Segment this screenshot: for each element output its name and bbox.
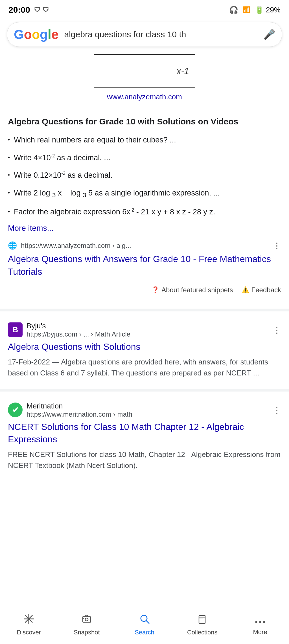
- math-label: x-1: [177, 66, 189, 76]
- feedback-label: Feedback: [251, 286, 281, 294]
- meritnation-more-options[interactable]: ⋮: [273, 405, 281, 415]
- more-icon: [255, 614, 265, 626]
- globe-icon: 🌐: [8, 241, 17, 250]
- bullet-dot: •: [8, 153, 10, 162]
- question-icon: ❓: [152, 286, 159, 294]
- featured-result-meta: 🌐 https://www.analyzemath.com › alg... ⋮: [8, 241, 281, 250]
- signal-icon: 📶: [243, 6, 250, 14]
- meritnation-result: ✔ Meritnation https://www.meritnation.co…: [0, 396, 289, 477]
- feedback-icon: ⚠️: [242, 286, 249, 294]
- bullet-text-5: Factor the algebraic expression 6x 2 - 2…: [14, 206, 215, 218]
- nav-item-search[interactable]: Search: [122, 614, 167, 636]
- meritnation-url: https://www.meritnation.com › math: [27, 410, 269, 418]
- meritnation-description: FREE NCERT Solutions for class 10 Math, …: [8, 449, 281, 471]
- bullet-dot: •: [8, 135, 10, 144]
- snapshot-label: Snapshot: [74, 629, 100, 636]
- byjus-meta: B Byju's https://byjus.com › ... › Math …: [8, 322, 281, 338]
- image-preview: x-1 www.analyzemath.com: [7, 54, 282, 107]
- meritnation-result-link[interactable]: NCERT Solutions for Class 10 Math Chapte…: [8, 421, 281, 446]
- about-snippets[interactable]: ❓ About featured snippets: [152, 286, 233, 294]
- divider-1: [0, 309, 289, 311]
- status-left: 20:00 🛡 🛡: [8, 5, 49, 15]
- shield-icon-2: 🛡: [43, 6, 49, 14]
- bullet-text-1: Which real numbers are equal to their cu…: [14, 134, 176, 146]
- featured-title: Algebra Questions for Grade 10 with Solu…: [8, 116, 281, 128]
- search-bar-container: Google algebra questions for class 10 th…: [0, 17, 289, 51]
- divider-2: [0, 389, 289, 392]
- bullet-dot: •: [8, 171, 10, 179]
- bullet-list: • Which real numbers are equal to their …: [8, 134, 281, 217]
- byjus-name: Byju's: [27, 322, 269, 330]
- nav-item-collections[interactable]: Collections: [180, 614, 225, 636]
- featured-more-options[interactable]: ⋮: [273, 241, 281, 250]
- byjus-result-link[interactable]: Algebra Questions with Solutions: [8, 340, 281, 353]
- bullet-item-1: • Which real numbers are equal to their …: [8, 134, 281, 146]
- snapshot-icon: [82, 614, 92, 627]
- math-diagram: x-1: [94, 54, 195, 88]
- featured-snippet-content: Algebra Questions for Grade 10 with Solu…: [0, 110, 289, 304]
- bullet-item-5: • Factor the algebraic expression 6x 2 -…: [8, 206, 281, 218]
- bullet-text-2: Write 4×10-2 as a decimal. ...: [14, 152, 110, 164]
- collections-label: Collections: [187, 629, 218, 636]
- svg-point-12: [255, 621, 257, 623]
- bullet-text-4: Write 2 log 3 x + log 3 5 as a single lo…: [14, 187, 220, 200]
- byjus-source-info: Byju's https://byjus.com › ... › Math Ar…: [27, 322, 269, 338]
- search-label: Search: [135, 629, 154, 636]
- bullet-item-4: • Write 2 log 3 x + log 3 5 as a single …: [8, 187, 281, 200]
- svg-line-8: [146, 621, 149, 623]
- byjus-logo: B: [8, 322, 23, 337]
- bullet-text-3: Write 0.12×10-3 as a decimal.: [14, 170, 112, 181]
- meritnation-name: Meritnation: [27, 402, 269, 410]
- feedback-button[interactable]: ⚠️ Feedback: [242, 286, 281, 294]
- nav-item-snapshot[interactable]: Snapshot: [64, 614, 109, 636]
- bullet-item-2: • Write 4×10-2 as a decimal. ...: [8, 152, 281, 164]
- byjus-url: https://byjus.com › ... › Math Article: [27, 330, 269, 338]
- discover-icon: [24, 614, 34, 627]
- nav-item-discover[interactable]: Discover: [6, 614, 51, 636]
- byjus-more-options[interactable]: ⋮: [273, 325, 281, 335]
- headphones-icon: 🎧: [229, 6, 238, 14]
- bullet-dot: •: [8, 207, 10, 216]
- discover-label: Discover: [17, 629, 41, 636]
- meritnation-logo: ✔: [8, 403, 23, 417]
- shield-icon-1: 🛡: [34, 6, 40, 14]
- source-url-link[interactable]: www.analyzemath.com: [107, 93, 182, 101]
- bullet-dot: •: [8, 188, 10, 197]
- more-items-link[interactable]: More items...: [8, 224, 281, 233]
- status-icons: 🛡 🛡: [34, 6, 49, 14]
- bottom-nav: Discover Snapshot Search: [0, 608, 289, 644]
- svg-point-13: [259, 621, 261, 623]
- svg-point-14: [263, 621, 265, 623]
- mic-icon[interactable]: 🎤: [263, 29, 275, 40]
- byjus-description: 17-Feb-2022 — Algebra questions are prov…: [8, 357, 281, 379]
- svg-rect-4: [83, 617, 91, 622]
- bullet-item-3: • Write 0.12×10-3 as a decimal.: [8, 170, 281, 181]
- feedback-row: ❓ About featured snippets ⚠️ Feedback: [8, 282, 281, 298]
- search-query: algebra questions for class 10 th: [64, 30, 258, 39]
- about-snippets-label: About featured snippets: [161, 286, 233, 294]
- svg-rect-9: [199, 616, 205, 623]
- google-logo: Google: [14, 27, 58, 42]
- status-bar: 20:00 🛡 🛡 🎧 📶 🔋 29%: [0, 0, 289, 17]
- meritnation-meta: ✔ Meritnation https://www.meritnation.co…: [8, 402, 281, 418]
- more-label: More: [253, 628, 267, 636]
- svg-point-5: [85, 618, 88, 621]
- battery-display: 🔋 29%: [255, 6, 281, 14]
- status-right: 🎧 📶 🔋 29%: [229, 6, 281, 14]
- time-display: 20:00: [8, 5, 30, 15]
- featured-result-url: https://www.analyzemath.com › alg...: [21, 242, 269, 250]
- search-icon: [139, 614, 150, 627]
- nav-item-more[interactable]: More: [238, 614, 283, 636]
- meritnation-source-info: Meritnation https://www.meritnation.com …: [27, 402, 269, 418]
- byjus-result: B Byju's https://byjus.com › ... › Math …: [0, 316, 289, 384]
- featured-result-link[interactable]: Algebra Questions with Answers for Grade…: [8, 253, 281, 278]
- collections-icon: [197, 614, 207, 627]
- search-bar[interactable]: Google algebra questions for class 10 th…: [7, 22, 282, 47]
